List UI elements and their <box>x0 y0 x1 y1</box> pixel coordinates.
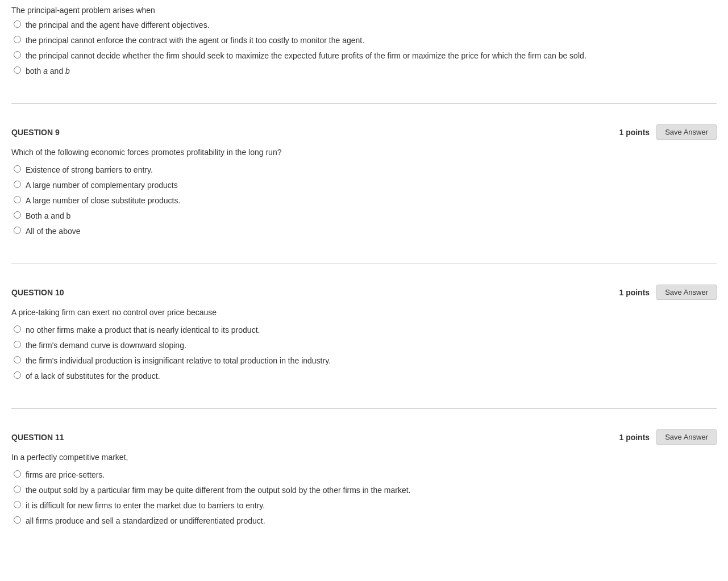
question-9-block: QUESTION 9 1 points Save Answer Which of… <box>11 115 717 252</box>
q9-save-button[interactable]: Save Answer <box>656 124 717 140</box>
q11-label-d[interactable]: all firms produce and sell a standardize… <box>26 515 265 527</box>
divider-q9-q10 <box>11 264 717 264</box>
q11-title: QUESTION 11 <box>11 433 64 442</box>
q8-intro: The principal-agent problem arises when <box>11 6 717 15</box>
q10-save-button[interactable]: Save Answer <box>656 285 717 300</box>
q8-option-d[interactable]: both a and b <box>11 65 717 77</box>
q9-label-c[interactable]: A large number of close substitute produ… <box>26 195 180 207</box>
q9-option-c[interactable]: A large number of close substitute produ… <box>11 195 717 207</box>
q10-option-b[interactable]: the firm's demand curve is downward slop… <box>11 340 717 352</box>
q9-body: Which of the following economic forces p… <box>11 147 717 158</box>
question-11-block: QUESTION 11 1 points Save Answer In a pe… <box>11 420 717 542</box>
q10-meta: 1 points Save Answer <box>619 285 717 300</box>
q9-radio-c[interactable] <box>14 196 21 203</box>
q11-meta: 1 points Save Answer <box>619 429 717 445</box>
q10-body: A price-taking firm can exert no control… <box>11 307 717 319</box>
divider-q10-q11 <box>11 408 717 409</box>
q8-label-d[interactable]: both a and b <box>26 65 70 77</box>
q8-option-b[interactable]: the principal cannot enforce the contrac… <box>11 35 717 47</box>
q9-label-b[interactable]: A large number of complementary products <box>26 179 178 191</box>
q9-title: QUESTION 9 <box>11 128 60 137</box>
q9-radio-d[interactable] <box>14 211 21 219</box>
q11-radio-d[interactable] <box>14 516 21 524</box>
q10-label-d[interactable]: of a lack of substitutes for the product… <box>26 370 160 382</box>
divider-q8-q9 <box>11 103 717 104</box>
q9-label-d[interactable]: Both a and b <box>26 210 70 222</box>
q10-header: QUESTION 10 1 points Save Answer <box>11 285 717 300</box>
q10-radio-d[interactable] <box>14 371 21 379</box>
q10-option-d[interactable]: of a lack of substitutes for the product… <box>11 370 717 382</box>
q11-label-c[interactable]: it is difficult for new firms to enter t… <box>26 500 265 512</box>
q8-label-a[interactable]: the principal and the agent have differe… <box>26 19 210 31</box>
q11-option-a[interactable]: firms are price-setters. <box>11 469 717 481</box>
q11-header: QUESTION 11 1 points Save Answer <box>11 429 717 445</box>
q11-option-b[interactable]: the output sold by a particular firm may… <box>11 484 717 496</box>
question-10-block: QUESTION 10 1 points Save Answer A price… <box>11 275 717 397</box>
q11-points: 1 points <box>619 433 650 442</box>
q9-meta: 1 points Save Answer <box>619 124 717 140</box>
q9-header: QUESTION 9 1 points Save Answer <box>11 124 717 140</box>
q11-option-d[interactable]: all firms produce and sell a standardize… <box>11 515 717 527</box>
q11-label-b[interactable]: the output sold by a particular firm may… <box>26 484 411 496</box>
q11-body: In a perfectly competitive market, <box>11 452 717 463</box>
q9-option-e[interactable]: All of the above <box>11 225 717 237</box>
q8-label-c[interactable]: the principal cannot decide whether the … <box>26 50 586 62</box>
q11-save-button[interactable]: Save Answer <box>656 429 717 445</box>
q10-radio-c[interactable] <box>14 356 21 363</box>
q8-option-a[interactable]: the principal and the agent have differe… <box>11 19 717 31</box>
q11-radio-b[interactable] <box>14 486 21 493</box>
q9-option-a[interactable]: Existence of strong barriers to entry. <box>11 164 717 176</box>
q9-option-d[interactable]: Both a and b <box>11 210 717 222</box>
q10-radio-a[interactable] <box>14 325 21 333</box>
q9-option-b[interactable]: A large number of complementary products <box>11 179 717 191</box>
q9-radio-a[interactable] <box>14 165 21 173</box>
q11-label-a[interactable]: firms are price-setters. <box>26 469 105 481</box>
q9-points: 1 points <box>619 128 650 137</box>
q8-radio-c[interactable] <box>14 51 21 58</box>
q10-points: 1 points <box>619 288 650 297</box>
q8-label-b[interactable]: the principal cannot enforce the contrac… <box>26 35 364 47</box>
q10-radio-b[interactable] <box>14 341 21 348</box>
q10-label-b[interactable]: the firm's demand curve is downward slop… <box>26 340 186 352</box>
q8-radio-b[interactable] <box>14 36 21 43</box>
q10-option-a[interactable]: no other firms make a product that is ne… <box>11 324 717 336</box>
q8-radio-a[interactable] <box>14 20 21 28</box>
q9-label-e[interactable]: All of the above <box>26 225 81 237</box>
q8-option-c[interactable]: the principal cannot decide whether the … <box>11 50 717 62</box>
q11-radio-c[interactable] <box>14 501 21 508</box>
q9-radio-b[interactable] <box>14 181 21 188</box>
q9-radio-e[interactable] <box>14 227 21 234</box>
q10-option-c[interactable]: the firm's individual production is insi… <box>11 355 717 367</box>
q10-label-c[interactable]: the firm's individual production is insi… <box>26 355 331 367</box>
q8-radio-d[interactable] <box>14 66 21 74</box>
q9-label-a[interactable]: Existence of strong barriers to entry. <box>26 164 153 176</box>
q10-label-a[interactable]: no other firms make a product that is ne… <box>26 324 260 336</box>
q11-option-c[interactable]: it is difficult for new firms to enter t… <box>11 500 717 512</box>
q11-radio-a[interactable] <box>14 470 21 478</box>
q10-title: QUESTION 10 <box>11 288 64 297</box>
question-8-partial: The principal-agent problem arises when … <box>11 0 717 92</box>
